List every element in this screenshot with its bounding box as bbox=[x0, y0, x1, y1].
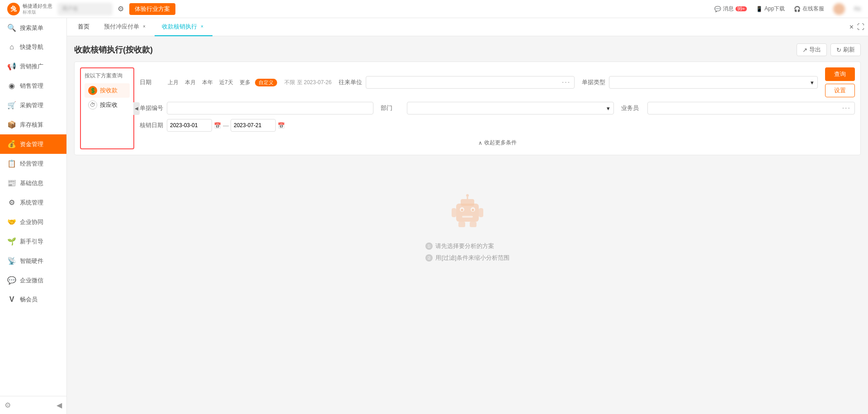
close-tab-btn[interactable]: × bbox=[849, 23, 854, 31]
sidebar-label-search: 搜索菜单 bbox=[20, 24, 43, 32]
department-field: 部门 ▾ bbox=[381, 102, 614, 114]
sidebar-item-enterprise-collab[interactable]: 🤝 企业协同 bbox=[0, 212, 66, 232]
svg-point-7 bbox=[472, 209, 474, 211]
home-icon: ⌂ bbox=[7, 43, 16, 51]
tab-receipt-verification[interactable]: 收款核销执行 × bbox=[155, 18, 212, 36]
gear-button[interactable]: ⚙ bbox=[118, 5, 124, 13]
message-badge-item[interactable]: 💬 消息 99+ bbox=[714, 5, 747, 13]
sidebar-label-beginner: 新手引导 bbox=[20, 238, 43, 246]
sidebar-item-operations[interactable]: 📋 经营管理 bbox=[0, 154, 66, 173]
tab-prepay-close[interactable]: × bbox=[141, 24, 147, 30]
search-input[interactable] bbox=[58, 3, 112, 15]
sidebar-item-search-menu[interactable]: 🔍 搜索菜单 bbox=[0, 18, 66, 38]
svg-rect-12 bbox=[470, 222, 476, 227]
sidebar-item-inventory[interactable]: 📦 库存核算 bbox=[0, 115, 66, 134]
sidebar-item-wechat[interactable]: 💬 企业微信 bbox=[0, 271, 66, 290]
sidebar-item-member[interactable]: V 畅会员 bbox=[0, 290, 66, 309]
sidebar-item-beginner[interactable]: 🌱 新手引导 bbox=[0, 232, 66, 251]
system-icon: ⚙ bbox=[7, 198, 16, 207]
svg-rect-8 bbox=[462, 216, 473, 218]
online-service-item[interactable]: 🎧 在线客服 bbox=[794, 5, 824, 13]
department-select[interactable]: ▾ bbox=[407, 102, 614, 114]
setting-btn[interactable]: 设置 bbox=[825, 84, 855, 97]
docno-input[interactable] bbox=[167, 102, 373, 114]
member-icon: V bbox=[7, 295, 16, 304]
filter-btn-group: 查询 设置 bbox=[825, 67, 855, 97]
sidebar-item-basic-info[interactable]: 📰 基础信息 bbox=[0, 173, 66, 193]
filter-collapse-btn[interactable]: ◀ bbox=[133, 102, 140, 115]
query-btn[interactable]: 查询 bbox=[825, 67, 855, 81]
filter-sidebar-title: 按以下方案查询 bbox=[85, 72, 130, 80]
verification-start-date[interactable] bbox=[167, 119, 212, 132]
tab-receipt-close[interactable]: × bbox=[199, 24, 205, 30]
svg-point-3 bbox=[466, 194, 469, 197]
message-icon: 💬 bbox=[714, 6, 721, 12]
cal-end-icon[interactable]: 📅 bbox=[278, 122, 285, 129]
filter-option-receivable[interactable]: ⏱ 按应收 bbox=[85, 98, 130, 112]
headset-icon: 🎧 bbox=[794, 6, 801, 12]
staff-select[interactable]: ··· bbox=[647, 102, 855, 114]
sidebar-item-system[interactable]: ⚙ 系统管理 bbox=[0, 193, 66, 212]
collab-icon: 🤝 bbox=[7, 218, 16, 226]
empty-state: 请先选择要分析的方案 用[过滤]条件来缩小分析范围 bbox=[74, 161, 861, 291]
header-left: 兔 畅捷通好生意 标准版 ⚙ 体验行业方案 bbox=[7, 3, 175, 15]
sidebar-settings-btn[interactable]: ⚙ bbox=[5, 401, 11, 409]
custom-date-tag[interactable]: 自定义 bbox=[255, 79, 277, 86]
date-label: 日期 bbox=[140, 78, 162, 86]
this-year-btn[interactable]: 本年 bbox=[200, 78, 215, 87]
trial-btn[interactable]: 体验行业方案 bbox=[129, 3, 175, 15]
counterparty-input[interactable]: ··· bbox=[366, 76, 575, 89]
export-btn[interactable]: ↗ 导出 bbox=[797, 43, 827, 56]
doctype-field: 单据类型 ▾ bbox=[582, 76, 818, 89]
tab-home[interactable]: 首页 bbox=[71, 18, 97, 36]
app-name: 畅捷通好生意 标准版 bbox=[23, 3, 52, 15]
sidebar-item-sales[interactable]: ◉ 销售管理 bbox=[0, 76, 66, 95]
collapse-more-label: 收起更多条件 bbox=[484, 139, 517, 147]
sidebar-item-finance[interactable]: 💰 资金管理 bbox=[0, 134, 66, 154]
verification-date-range: 📅 — 📅 bbox=[167, 119, 285, 132]
tab-actions: × ⛶ bbox=[849, 23, 864, 31]
svg-rect-0 bbox=[456, 204, 479, 222]
cal-start-icon[interactable]: 📅 bbox=[214, 122, 221, 129]
svg-rect-10 bbox=[479, 208, 483, 217]
date-no-limit: 不限 bbox=[284, 79, 295, 86]
doctype-dropdown-icon: ▾ bbox=[811, 79, 814, 86]
maximize-tab-btn[interactable]: ⛶ bbox=[857, 23, 864, 31]
sidebar-label-hardware: 智能硬件 bbox=[20, 257, 43, 265]
sidebar-item-purchase[interactable]: 🛒 采购管理 bbox=[0, 95, 66, 115]
wechat-icon: 💬 bbox=[7, 276, 16, 285]
tab-receipt-label: 收款核销执行 bbox=[162, 23, 197, 31]
search-icon: 🔍 bbox=[7, 24, 16, 32]
logo-icon: 兔 bbox=[7, 3, 20, 15]
filter-option-receipt[interactable]: 💲 按收款 bbox=[85, 83, 130, 98]
collapse-up-icon: ∧ bbox=[478, 140, 482, 146]
collapse-more-btn[interactable]: ∧ 收起更多条件 bbox=[140, 136, 855, 149]
more-date-btn[interactable]: 更多 bbox=[238, 78, 252, 87]
page-actions: ↗ 导出 ↻ 刷新 bbox=[797, 43, 861, 56]
refresh-btn[interactable]: ↻ 刷新 bbox=[830, 43, 861, 56]
sidebar-item-marketing[interactable]: 📢 营销推广 bbox=[0, 57, 66, 76]
docno-field: 单据编号 bbox=[140, 102, 373, 114]
sidebar-label-inventory: 库存核算 bbox=[20, 121, 43, 129]
staff-more-icon: ··· bbox=[842, 104, 851, 112]
staff-label: 业务员 bbox=[621, 104, 644, 112]
filter-row-1: 日期 上月 本月 本年 近7天 更多 自定义 不限 bbox=[140, 67, 855, 97]
verification-end-date[interactable] bbox=[231, 119, 276, 132]
tab-prepay[interactable]: 预付冲应付单 × bbox=[97, 18, 155, 36]
doctype-select[interactable]: ▾ bbox=[609, 76, 818, 89]
date-to: 至 2023-07-26 bbox=[297, 79, 332, 86]
sidebar-item-quick-nav[interactable]: ⌂ 快捷导航 bbox=[0, 38, 66, 57]
collapse-arrow-icon: ◀ bbox=[135, 106, 138, 111]
header-right: 💬 消息 99+ 📱 App下载 🎧 在线客服 Rit bbox=[714, 3, 861, 15]
app-download-item[interactable]: 📱 App下载 bbox=[756, 5, 785, 13]
last-7days-btn[interactable]: 近7天 bbox=[217, 78, 235, 87]
sidebar-item-hardware[interactable]: 📡 智能硬件 bbox=[0, 251, 66, 271]
verification-date-label: 核销日期 bbox=[140, 121, 163, 129]
filter-option-receipt-label: 按收款 bbox=[100, 86, 118, 95]
sidebar-collapse-btn[interactable]: ◀ bbox=[57, 401, 62, 409]
user-avatar[interactable] bbox=[833, 3, 845, 15]
last-month-btn[interactable]: 上月 bbox=[166, 78, 180, 87]
hardware-icon: 📡 bbox=[7, 257, 16, 265]
home-tab-label: 首页 bbox=[78, 23, 90, 31]
this-month-btn[interactable]: 本月 bbox=[183, 78, 198, 87]
